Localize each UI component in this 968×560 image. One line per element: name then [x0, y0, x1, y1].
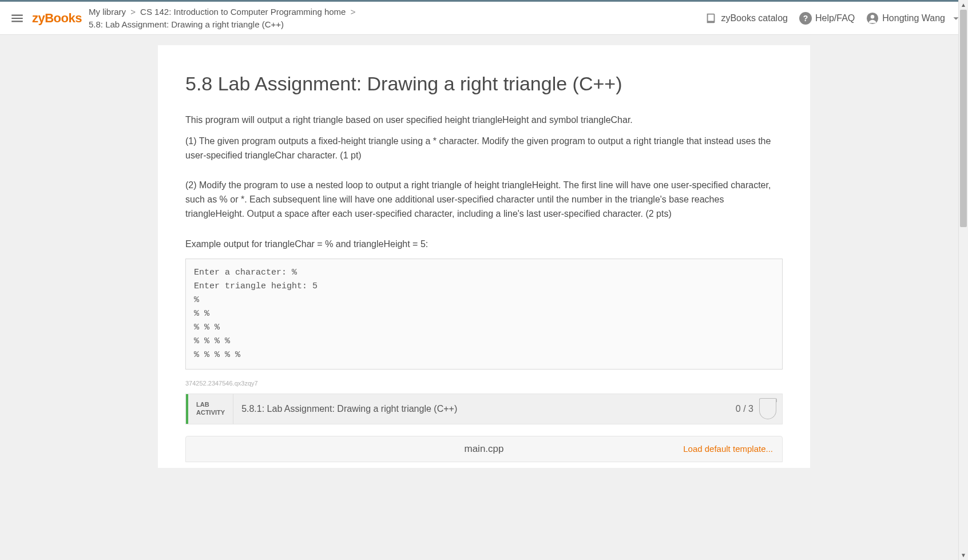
intro-paragraph: This program will output a right triangl…	[185, 113, 783, 128]
logo[interactable]: zyBooks	[32, 11, 82, 26]
app-header: zyBooks My library > CS 142: Introductio…	[0, 2, 968, 35]
scroll-up-arrow-icon[interactable]: ▲	[959, 0, 968, 10]
help-link[interactable]: ? Help/FAQ	[799, 12, 855, 25]
help-label: Help/FAQ	[815, 13, 855, 23]
page-title: 5.8 Lab Assignment: Drawing a right tria…	[185, 73, 783, 95]
editor-toolbar: main.cpp Load default template...	[185, 436, 783, 462]
user-icon	[866, 12, 879, 25]
catalog-link[interactable]: zyBooks catalog	[705, 12, 788, 25]
score-text: 0 / 3	[736, 404, 753, 414]
step-2-paragraph: (2) Modify the program to use a nested l…	[185, 178, 783, 221]
lab-badge-line2: ACTIVITY	[196, 409, 225, 417]
step-1-paragraph: (1) The given program outputs a fixed-he…	[185, 134, 783, 163]
header-actions: zyBooks catalog ? Help/FAQ Hongting Wang	[705, 12, 962, 25]
content-card: 5.8 Lab Assignment: Drawing a right tria…	[158, 45, 810, 468]
vertical-scrollbar[interactable]: ▲ ▼	[958, 0, 968, 468]
breadcrumb: My library > CS 142: Introduction to Com…	[89, 6, 705, 31]
scroll-thumb[interactable]	[960, 10, 967, 227]
user-name: Hongting Wang	[882, 13, 945, 23]
menu-icon[interactable]	[6, 7, 29, 30]
example-label: Example output for triangleChar = % and …	[185, 237, 783, 252]
chevron-right-icon: >	[351, 7, 356, 17]
shield-icon[interactable]	[759, 399, 776, 419]
assignment-body: This program will output a right triangl…	[185, 113, 783, 252]
logo-text: zyBooks	[32, 11, 82, 25]
svg-point-1	[871, 15, 874, 18]
catalog-label: zyBooks catalog	[721, 13, 788, 23]
breadcrumb-library[interactable]: My library	[89, 7, 126, 17]
book-icon	[705, 12, 717, 25]
user-menu[interactable]: Hongting Wang	[866, 12, 962, 25]
load-template-button[interactable]: Load default template...	[683, 444, 773, 454]
breadcrumb-course[interactable]: CS 142: Introduction to Computer Program…	[140, 7, 346, 17]
editor-filename: main.cpp	[465, 443, 504, 455]
activity-id: 374252.2347546.qx3zqy7	[185, 380, 783, 387]
lab-score: 0 / 3	[736, 394, 782, 424]
help-icon: ?	[799, 12, 812, 25]
example-output-block: Enter a character: % Enter triangle heig…	[185, 259, 783, 370]
lab-badge-line1: LAB	[196, 401, 225, 409]
breadcrumb-section[interactable]: 5.8: Lab Assignment: Drawing a right tri…	[89, 19, 284, 29]
lab-badge: LAB ACTIVITY	[186, 394, 233, 424]
lab-activity-header: LAB ACTIVITY 5.8.1: Lab Assignment: Draw…	[185, 394, 783, 424]
chevron-right-icon: >	[130, 7, 136, 17]
lab-title: 5.8.1: Lab Assignment: Drawing a right t…	[233, 394, 736, 424]
